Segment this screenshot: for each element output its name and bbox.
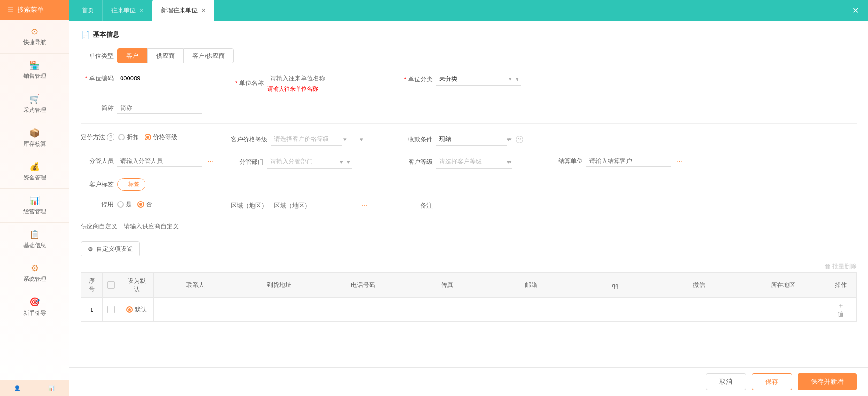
unit-btn-supplier[interactable]: 供应商 [147,48,183,63]
tab-transactions[interactable]: 往来单位 ✕ [103,0,152,21]
col-region: 所在地区 [741,273,825,298]
system-icon: ⚙ [31,263,38,273]
contacts-table: 序号 设为默认 联系人 到货地址 电话号码 传真 邮箱 qq 微信 所在地区 操… [81,272,857,322]
unit-type-row: 单位类型 客户 供应商 客户/供应商 [81,48,857,63]
row-region-cell[interactable] [741,298,825,322]
row-email-input[interactable] [494,306,568,313]
tab-home[interactable]: 首页 [73,0,103,21]
operations-icon: 📊 [30,195,40,206]
remarks-input[interactable] [436,200,857,211]
tags-label: 客户标签 [81,180,114,189]
tab-transactions-close[interactable]: ✕ [139,8,144,14]
sidebar-item-basic-info[interactable]: 📋 基础信息 [0,223,69,256]
row-add-icon[interactable]: ＋ [836,301,846,310]
sidebar: ☰ 搜索菜单 ⊙ 快捷导航 🏪 销售管理 🛒 采购管理 📦 库存核算 💰 资金管… [0,0,69,396]
settlement-group: 结算单位 ··· [550,155,857,167]
unit-btn-both[interactable]: 客户/供应商 [183,48,234,63]
supplier-custom-input[interactable] [121,221,243,232]
row-contact-input[interactable] [159,306,233,313]
sidebar-item-label: 快捷导航 [23,39,46,47]
manager-label: 分管人员 [81,157,114,165]
sidebar-item-finance[interactable]: 💰 资金管理 [0,155,69,189]
pricing-method-label: 定价方法 ? [81,133,114,141]
pricing-help-icon[interactable]: ? [107,133,114,141]
tab-new-transaction-close[interactable]: ✕ [201,8,206,14]
row-address-cell[interactable] [237,298,321,322]
region-label: 区域（地区） [231,202,267,210]
customer-price-level-wrapper[interactable]: 请选择客户价格等级 ▾ [271,133,365,146]
row-default-radio[interactable]: 默认 [125,305,149,314]
supplier-custom-label: 供应商自定义 [81,222,117,231]
section-icon: 📄 [81,30,90,39]
cancel-button[interactable]: 取消 [706,373,746,390]
batch-delete-icon: 🗑 [824,263,830,270]
manager-dots-button[interactable]: ··· [206,157,215,165]
manager-input[interactable] [117,155,202,167]
customer-level-wrapper[interactable]: 请选择客户等级 ▾ [436,155,512,169]
search-menu-label: 搜索菜单 [17,6,44,14]
sidebar-item-guide[interactable]: 🎯 新手引导 [0,290,69,324]
unit-name-label: 单位名称 [231,79,264,87]
payment-terms-help-icon[interactable]: ? [516,136,523,143]
row-email-cell[interactable] [489,298,573,322]
disabled-no-circle [137,201,144,208]
search-menu-button[interactable]: ☰ 搜索菜单 [0,0,69,20]
pricing-radio-level[interactable]: 价格等级 [145,133,177,141]
row-phone-input[interactable] [326,306,400,313]
supplier-custom-row: 供应商自定义 [81,221,857,232]
disabled-radio-yes[interactable]: 是 [117,200,132,209]
custom-settings-icon: ⚙ [88,246,93,253]
region-dots-button[interactable]: ··· [359,202,369,210]
custom-settings-button[interactable]: ⚙ 自定义项设置 [81,241,140,256]
row-region-input[interactable] [746,306,820,313]
sidebar-item-label: 系统管理 [23,275,46,283]
row-qq-input[interactable] [578,306,652,313]
save-new-button[interactable]: 保存并新增 [798,373,857,390]
disabled-radio-no[interactable]: 否 [137,200,152,209]
row-fax-cell[interactable] [405,298,489,322]
region-input[interactable] [271,200,356,211]
department-wrapper[interactable]: 请输入分管部门 ▾ [267,155,352,169]
tab-home-label: 首页 [82,6,94,15]
custom-settings-label: 自定义项设置 [96,245,133,253]
sidebar-item-system[interactable]: ⚙ 系统管理 [0,256,69,290]
sidebar-item-operations[interactable]: 📊 经营管理 [0,189,69,223]
inventory-icon: 📦 [30,128,40,138]
customer-price-level-placeholder: 请选择客户价格等级 [271,133,342,146]
unit-code-input[interactable] [117,73,202,84]
sidebar-item-inventory[interactable]: 📦 库存核算 [0,121,69,155]
unit-name-input[interactable] [267,73,371,84]
row-contact-cell[interactable] [153,298,237,322]
row-checkbox-input[interactable] [107,306,115,313]
select-all-checkbox[interactable] [107,281,115,289]
supplier-custom-group: 供应商自定义 [81,221,857,232]
row-wechat-input[interactable] [662,306,736,313]
settlement-dots-button[interactable]: ··· [675,157,685,165]
sidebar-bottom-user[interactable]: 👤 [0,380,35,396]
batch-delete-label[interactable]: 批量删除 [832,262,857,271]
customer-price-level-label: 客户价格等级 [231,135,267,144]
sidebar-item-quicknav[interactable]: ⊙ 快捷导航 [0,20,69,54]
sidebar-bottom-stats[interactable]: 📊 [35,380,69,396]
unit-btn-customer[interactable]: 客户 [117,48,147,63]
short-name-input[interactable] [117,102,202,114]
row-default: 默认 [120,298,154,322]
row-fax-input[interactable] [410,306,484,313]
unit-category-value[interactable]: 未分类 [436,73,507,85]
pricing-radio-discount[interactable]: 折扣 [118,133,139,141]
row-delete-icon[interactable]: 🗑 [836,309,846,318]
sidebar-item-purchase[interactable]: 🛒 采购管理 [0,87,69,121]
col-email: 邮箱 [489,273,573,298]
pricing-level-label: 价格等级 [153,133,177,141]
row-address-input[interactable] [242,306,316,313]
add-tag-button[interactable]: + 标签 [117,178,145,191]
close-all-tabs[interactable]: ✕ [847,6,864,15]
row-wechat-cell[interactable] [657,298,741,322]
payment-terms-wrapper[interactable]: 现结 ▾ [436,133,512,146]
row-qq-cell[interactable] [573,298,657,322]
sidebar-item-sales[interactable]: 🏪 销售管理 [0,54,69,87]
settlement-input[interactable] [586,155,671,167]
save-button[interactable]: 保存 [752,373,792,390]
tab-new-transaction[interactable]: 新增往来单位 ✕ [152,0,214,21]
row-phone-cell[interactable] [321,298,405,322]
